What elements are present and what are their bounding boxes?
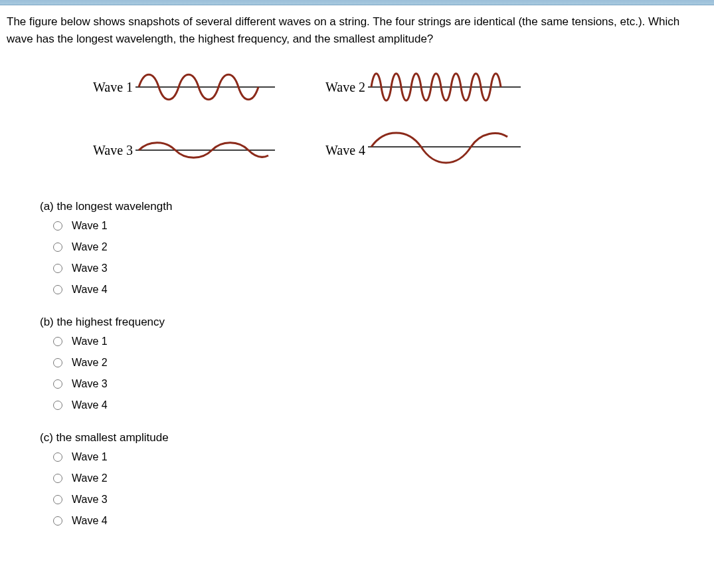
radio-b-4-label: Wave 4: [72, 399, 108, 411]
section-a-title: (a) the longest wavelength: [40, 200, 707, 213]
section-b-option-1[interactable]: Wave 1: [53, 336, 707, 347]
wave-4-block: Wave 4: [325, 127, 538, 173]
wave-figures: Wave 1 Wave 2 Wave 3 Wave 4: [93, 67, 707, 173]
section-b-title: (b) the highest frequency: [40, 316, 707, 329]
wave-3-label: Wave 3: [93, 143, 133, 158]
wave-3-svg: [135, 134, 275, 167]
radio-a-2-label: Wave 2: [72, 241, 108, 253]
wave-1-label: Wave 1: [93, 80, 133, 95]
section-c-title: (c) the smallest amplitude: [40, 431, 707, 444]
wave-4-label: Wave 4: [325, 143, 365, 158]
radio-b-1[interactable]: [53, 337, 62, 346]
section-c-option-4[interactable]: Wave 4: [53, 515, 707, 527]
section-a-option-3[interactable]: Wave 3: [53, 262, 707, 274]
radio-c-1-label: Wave 1: [72, 451, 108, 463]
wave-3-block: Wave 3: [93, 127, 306, 173]
radio-c-2-label: Wave 2: [72, 472, 108, 484]
radio-b-3[interactable]: [53, 379, 62, 389]
radio-c-1[interactable]: [53, 452, 62, 462]
radio-a-3[interactable]: [53, 264, 62, 273]
radio-a-3-label: Wave 3: [72, 262, 108, 274]
radio-a-2[interactable]: [53, 243, 62, 252]
radio-a-4[interactable]: [53, 285, 62, 294]
radio-a-1[interactable]: [53, 221, 62, 231]
radio-b-2[interactable]: [53, 358, 62, 367]
wave-2-svg: [368, 67, 521, 107]
wave-2-label: Wave 2: [325, 80, 365, 95]
section-c-option-3[interactable]: Wave 3: [53, 494, 707, 506]
top-header-bar: [0, 0, 714, 5]
radio-c-2[interactable]: [53, 474, 62, 483]
radio-c-4-label: Wave 4: [72, 515, 108, 527]
section-c-option-1[interactable]: Wave 1: [53, 451, 707, 463]
radio-a-4-label: Wave 4: [72, 284, 108, 296]
section-c-option-2[interactable]: Wave 2: [53, 472, 707, 484]
radio-c-3-label: Wave 3: [72, 494, 108, 506]
radio-b-1-label: Wave 1: [72, 336, 108, 347]
section-a-option-4[interactable]: Wave 4: [53, 284, 707, 296]
section-a-option-1[interactable]: Wave 1: [53, 220, 707, 232]
radio-b-4[interactable]: [53, 401, 62, 410]
wave-1-svg: [135, 67, 275, 107]
section-b-option-4[interactable]: Wave 4: [53, 399, 707, 411]
question-prompt: The figure below shows snapshots of seve…: [7, 13, 707, 47]
section-b-option-3[interactable]: Wave 3: [53, 378, 707, 390]
question-content: The figure below shows snapshots of seve…: [0, 5, 714, 560]
radio-c-4[interactable]: [53, 516, 62, 526]
section-b-option-2[interactable]: Wave 2: [53, 357, 707, 369]
wave-4-svg: [368, 127, 521, 173]
wave-1-block: Wave 1: [93, 67, 306, 107]
radio-a-1-label: Wave 1: [72, 220, 108, 232]
radio-c-3[interactable]: [53, 495, 62, 504]
wave-2-block: Wave 2: [325, 67, 538, 107]
section-c: (c) the smallest amplitude Wave 1 Wave 2…: [40, 431, 707, 527]
section-a-option-2[interactable]: Wave 2: [53, 241, 707, 253]
radio-b-3-label: Wave 3: [72, 378, 108, 390]
section-b: (b) the highest frequency Wave 1 Wave 2 …: [40, 316, 707, 411]
section-a: (a) the longest wavelength Wave 1 Wave 2…: [40, 200, 707, 296]
radio-b-2-label: Wave 2: [72, 357, 108, 369]
